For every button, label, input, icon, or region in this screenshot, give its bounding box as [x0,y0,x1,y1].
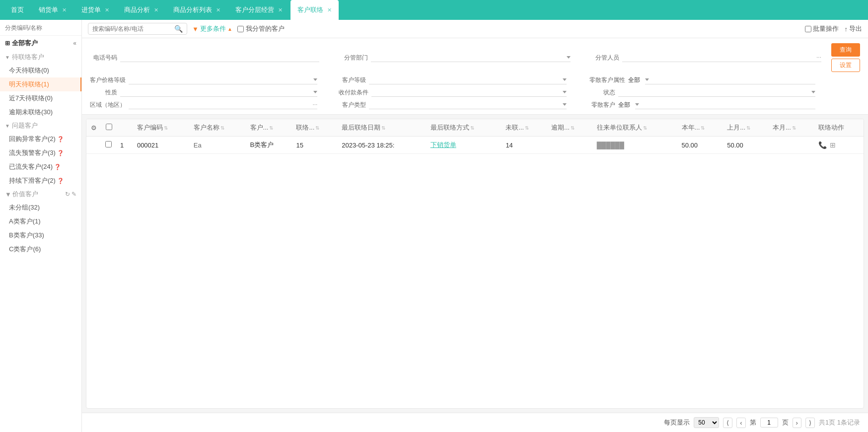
per-page-select[interactable]: 50 20 100 [694,417,719,428]
sidebar-item-declining[interactable]: 持续下滑客户(2) ❓ [0,174,81,188]
sidebar-item-today[interactable]: 今天待联络(0) [0,64,81,77]
sidebar-item-abnormal[interactable]: 回购异常客户(2) ❓ [0,132,81,146]
last-page-btn[interactable]: ⟩ [805,418,815,428]
prev-page-btn[interactable]: ‹ [736,418,745,428]
sidebar-item-classA[interactable]: A类客户(1) [0,215,81,228]
nav-customer-contact[interactable]: 客户联络 ✕ [290,0,339,20]
nav-sales[interactable]: 销货单 ✕ [32,0,73,20]
col-this-month-sort[interactable]: ⇅ [792,125,796,131]
sidebar-item-overdue[interactable]: 逾期未联络(30) [0,105,81,119]
sidebar-item-classB[interactable]: B类客户(33) [0,228,81,242]
filter-payment-select[interactable] [371,88,566,97]
sidebar-grid-icon: ⊞ [5,40,10,47]
filter-actions: 查询 设置 [831,43,860,72]
nav-product-analysis-label: 商品分析 [124,5,150,14]
search-icon[interactable]: 🔍 [174,25,183,33]
filter-customer-level-select[interactable] [369,76,566,84]
sidebar-pending-group: ▼ 待联络客户 [0,51,81,64]
filter-price-level-select[interactable] [129,76,317,84]
row-last-way-link[interactable]: 下销货单 [431,141,456,148]
filter-phone-input[interactable] [120,54,319,61]
col-company-contact-sort[interactable]: ⇅ [643,125,647,131]
sidebar-refresh-icon[interactable]: ↻ [65,191,70,198]
nav-sales-close[interactable]: ✕ [62,7,67,13]
filter-region-select[interactable]: ··· [129,101,317,109]
export-label: 导出 [849,24,862,33]
gear-icon[interactable]: ⚙ [91,124,97,132]
nav-customer-tier[interactable]: 客户分层经营 ✕ [228,0,289,20]
sidebar-pending-label: 待联络客户 [12,53,44,62]
sidebar-help-icon-3: ❓ [54,164,61,170]
qrcode-action-icon[interactable]: ⊞ [830,141,836,149]
filter-payment-arrow [563,88,567,95]
filter-retail-attr-select[interactable] [645,76,815,84]
sidebar-item-churned[interactable]: 已流失客户(24) ❓ [0,160,81,174]
nav-product-analysis-list-close[interactable]: ✕ [216,7,220,13]
sidebar-search-input[interactable] [5,24,79,31]
search-box: 🔍 [88,23,187,35]
query-button[interactable]: 查询 [831,43,860,57]
next-page-btn[interactable]: › [793,418,801,428]
col-code-sort[interactable]: ⇅ [164,125,168,131]
nav-product-analysis-list[interactable]: 商品分析列表 ✕ [166,0,227,20]
col-contacts-sort[interactable]: ⇅ [315,125,319,131]
filter-retail-customer-select[interactable] [635,101,815,109]
col-overdue-sort[interactable]: ⇅ [571,125,575,131]
col-last-date-sort[interactable]: ⇅ [381,125,385,131]
filter-dept-select[interactable] [371,54,570,62]
col-last-month-sort[interactable]: ⇅ [746,125,750,131]
filter-icon: ▼ [192,25,199,33]
batch-op-btn[interactable]: 批量操作 [805,24,839,33]
row-select-checkbox[interactable] [105,141,112,147]
col-last-way-sort[interactable]: ⇅ [470,125,474,131]
nav-customer-tier-close[interactable]: ✕ [278,7,283,13]
col-type-sort[interactable]: ⇅ [269,125,273,131]
export-btn[interactable]: ↑ 导出 [845,24,863,33]
sidebar-edit-icon[interactable]: ✎ [72,191,76,198]
filter-person-dots[interactable]: ··· [816,54,821,61]
row-this-month [769,137,814,154]
sidebar-item-7days[interactable]: 近7天待联络(0) [0,91,81,105]
sidebar-item-classC-label: C类客户(6) [9,245,41,253]
sidebar-collapse-icon[interactable]: « [73,40,76,47]
my-customers-toggle[interactable]: 我分管的客户 [237,24,285,33]
sidebar-all-customers[interactable]: ⊞ 全部客户 « [0,36,81,51]
my-customers-checkbox[interactable] [237,26,244,32]
filter-person-label: 分管人员 [592,54,619,62]
filter-retail-customer-label: 零散客户 [588,101,615,109]
col-name-sort[interactable]: ⇅ [220,125,224,131]
filter-row-2: 客户价格等级 客户等级 零散客户属性 全 [90,76,860,84]
filter-status-select[interactable] [618,88,815,97]
contact-action-icon[interactable]: 📞 [818,141,827,149]
filter-status: 状态 [588,88,815,97]
sidebar-value-arrow[interactable]: ▼ [5,191,11,198]
nav-home[interactable]: 首页 [4,0,31,20]
nav-product-analysis-close[interactable]: ✕ [154,7,158,13]
reset-button[interactable]: 设置 [831,59,860,72]
batch-op-checkbox[interactable] [805,26,811,32]
sidebar-item-tomorrow[interactable]: 明天待联络(1) [0,77,81,91]
nav-purchase-close[interactable]: ✕ [105,7,109,13]
filter-nature-select[interactable] [120,88,317,97]
filter-region-dots[interactable]: ··· [312,101,317,108]
sidebar-item-classC[interactable]: C类客户(6) [0,242,81,256]
page-input[interactable] [760,418,778,428]
filter-nature: 性质 [90,88,317,97]
search-input[interactable] [92,25,172,32]
filter-person-select[interactable]: ··· [622,54,821,62]
sidebar-problem-arrow[interactable]: ▼ [5,123,10,129]
col-not-contacted-sort[interactable]: ⇅ [525,125,529,131]
col-this-year-sort[interactable]: ⇅ [701,125,705,131]
filter-price-level-label: 客户价格等级 [90,76,126,84]
more-conditions-btn[interactable]: ▼ 更多条件 ▲ [192,24,232,33]
nav-product-analysis[interactable]: 商品分析 ✕ [117,0,165,20]
filter-customer-type-select[interactable] [369,101,566,109]
filter-retail-attr: 零散客户属性 全部 [588,76,815,84]
sidebar-item-ungrouped[interactable]: 未分组(32) [0,201,81,215]
nav-purchase[interactable]: 进货单 ✕ [74,0,116,20]
nav-customer-contact-close[interactable]: ✕ [327,7,332,13]
first-page-btn[interactable]: ⟨ [723,418,732,428]
select-all-checkbox[interactable] [106,124,112,130]
sidebar-item-churn-warning[interactable]: 流失预警客户(3) ❓ [0,146,81,160]
sidebar-pending-arrow[interactable]: ▼ [5,55,10,60]
